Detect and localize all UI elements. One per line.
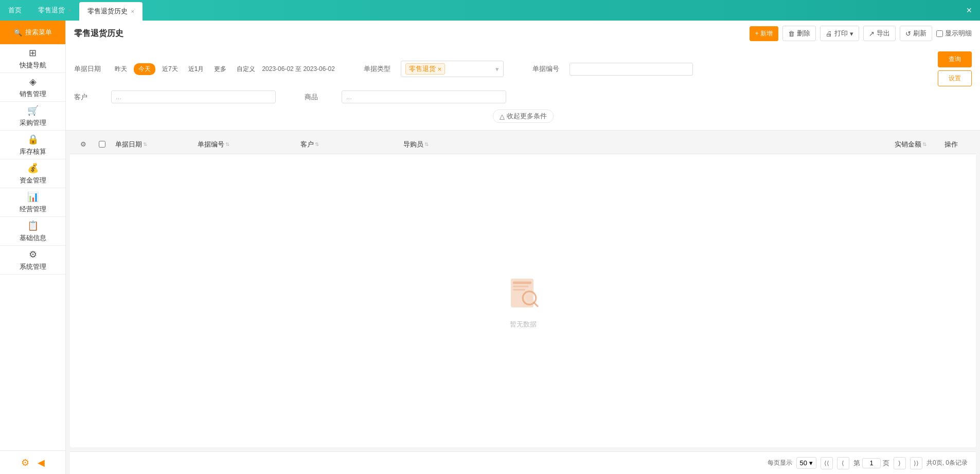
tab-retail-return[interactable]: 零售退货 × (30, 0, 79, 21)
sort-customer-icon[interactable]: ⇅ (315, 141, 319, 147)
next-page-button[interactable]: ⟩ (894, 457, 906, 469)
refresh-button[interactable]: ↺ 刷新 (900, 26, 932, 41)
sidebar-item-label: 采购管理 (20, 118, 46, 127)
table-settings-button[interactable]: ⚙ (74, 140, 93, 148)
new-button[interactable]: + 新增 (750, 26, 778, 41)
sidebar-item-label: 销售管理 (20, 89, 46, 99)
refresh-icon: ↺ (905, 30, 911, 38)
content-area: 零售退货历史 + 新增 🗑 删除 🖨 打印 ▾ ↗ 导出 (66, 21, 980, 474)
customer-placeholder: ... (116, 93, 271, 101)
doc-type-select[interactable]: 零售退货 × ▾ (401, 61, 504, 77)
th-customer: 客户 ⇅ (296, 140, 399, 149)
table-header: ⚙ 单据日期 ⇅ 单据编号 ⇅ 客户 ⇅ 导购员 ⇅ (70, 135, 976, 154)
collapse-button[interactable]: △ 收起更多条件 (493, 110, 554, 123)
first-page-button[interactable]: ⟨⟨ (821, 457, 833, 469)
page-size-label: 每页显示 (768, 459, 792, 467)
goods-filter-label: 商品 (305, 93, 333, 102)
tab-home[interactable]: 首页 (0, 0, 30, 21)
page-title: 零售退货历史 (74, 28, 123, 39)
sidebar-item-system[interactable]: ⚙ 系统管理 (0, 246, 65, 275)
pagination-bar: 每页显示 50 ▾ ⟨⟨ ⟨ 第 页 ⟩ ⟩⟩ 共0页, 0条记录 (70, 451, 976, 474)
sidebar-item-label: 库存核算 (20, 147, 46, 156)
query-button[interactable]: 查询 (938, 51, 972, 67)
date-btn-7days[interactable]: 近7天 (158, 63, 182, 75)
svg-rect-3 (513, 289, 525, 290)
sidebar-item-label: 基础信息 (20, 233, 46, 243)
sidebar-item-label: 快捷导航 (20, 61, 46, 70)
table-select-all[interactable] (93, 141, 111, 148)
select-all-checkbox[interactable] (99, 141, 105, 148)
page-title-row: 零售退货历史 + 新增 🗑 删除 🖨 打印 ▾ ↗ 导出 (74, 26, 972, 41)
delete-icon: 🗑 (788, 30, 795, 38)
sidebar-item-sales[interactable]: ◈ 销售管理 (0, 73, 65, 102)
svg-point-6 (526, 295, 532, 301)
tab-retail-return-history-close[interactable]: × (131, 8, 134, 14)
date-btn-1month[interactable]: 近1月 (185, 63, 208, 75)
th-action: 操作 (931, 140, 972, 149)
date-btn-more[interactable]: 更多 (210, 63, 230, 75)
doc-type-tag-remove[interactable]: × (438, 65, 442, 73)
delete-button[interactable]: 🗑 删除 (782, 26, 816, 41)
goods-select[interactable]: ... (342, 90, 506, 103)
sidebar-item-purchase[interactable]: 🛒 采购管理 (0, 102, 65, 131)
collapse-row: △ 收起更多条件 (74, 107, 972, 127)
empty-state-icon (503, 272, 544, 314)
sidebar-item-label: 系统管理 (20, 262, 46, 271)
th-amount: 实销金额 ⇅ (869, 140, 931, 149)
collapse-sidebar-icon[interactable]: ◀ (38, 457, 45, 468)
empty-state-text: 暂无数据 (510, 320, 537, 329)
print-icon: 🖨 (826, 30, 832, 38)
show-detail-checkbox[interactable]: 显示明细 (936, 29, 972, 38)
date-btn-yesterday[interactable]: 昨天 (111, 63, 131, 75)
customer-select[interactable]: ... (111, 90, 276, 103)
doc-number-input[interactable] (569, 63, 693, 76)
svg-rect-2 (513, 286, 528, 287)
system-icon: ⚙ (29, 249, 37, 260)
doc-type-tag: 零售退货 × (405, 63, 446, 75)
quick-nav-icon: ⊞ (29, 47, 37, 59)
goods-placeholder: ... (346, 93, 502, 101)
sort-amount-icon[interactable]: ⇅ (922, 141, 926, 147)
svg-rect-1 (513, 282, 531, 284)
sales-icon: ◈ (29, 76, 37, 87)
table-body: 暂无数据 (70, 154, 976, 447)
sidebar-bottom: ⚙ ◀ (0, 450, 65, 474)
export-button[interactable]: ↗ 导出 (863, 26, 896, 41)
sidebar-search[interactable]: 🔍 搜索菜单 (0, 21, 65, 44)
print-button[interactable]: 🖨 打印 ▾ (820, 26, 859, 41)
th-number: 单据编号 ⇅ (193, 140, 296, 149)
main-layout: 🔍 搜索菜单 ⊞ 快捷导航 ◈ 销售管理 🛒 采购管理 🔒 库存核算 💰 资金管… (0, 21, 980, 474)
settings-bottom-icon[interactable]: ⚙ (21, 457, 29, 468)
page-number-input[interactable] (862, 458, 881, 468)
sidebar-item-inventory[interactable]: 🔒 库存核算 (0, 131, 65, 159)
top-bar: 首页 零售退货 × 零售退货历史 × × (0, 0, 980, 21)
filter-row-1: 单据日期 昨天 今天 近7天 近1月 更多 自定义 2023-06-02 至 2… (74, 51, 972, 86)
show-detail-input[interactable] (936, 30, 943, 37)
sidebar-item-basic-info[interactable]: 📋 基础信息 (0, 217, 65, 246)
tab-retail-return-close[interactable]: × (68, 7, 71, 13)
date-filter-label: 单据日期 (74, 64, 103, 74)
sort-number-icon[interactable]: ⇅ (225, 141, 229, 147)
window-close-button[interactable]: × (966, 5, 980, 16)
date-btn-today[interactable]: 今天 (134, 63, 155, 75)
th-guide: 导购员 ⇅ (399, 140, 869, 149)
filter-row-2: 客户 ... 商品 ... (74, 90, 972, 103)
sidebar-item-operations[interactable]: 📊 经营管理 (0, 188, 65, 217)
page-size-select[interactable]: 50 ▾ (796, 457, 816, 469)
setting-button[interactable]: 设置 (938, 70, 972, 86)
last-page-button[interactable]: ⟩⟩ (910, 457, 922, 469)
date-btn-custom[interactable]: 自定义 (233, 63, 259, 75)
page-header: 零售退货历史 + 新增 🗑 删除 🖨 打印 ▾ ↗ 导出 (66, 21, 980, 131)
filter-area: 单据日期 昨天 今天 近7天 近1月 更多 自定义 2023-06-02 至 2… (74, 46, 972, 130)
svg-line-5 (533, 302, 537, 306)
sidebar-item-finance[interactable]: 💰 资金管理 (0, 159, 65, 188)
tab-retail-return-history[interactable]: 零售退货历史 × (79, 2, 142, 21)
data-table: ⚙ 单据日期 ⇅ 单据编号 ⇅ 客户 ⇅ 导购员 ⇅ (70, 135, 976, 447)
sort-date-icon[interactable]: ⇅ (143, 141, 147, 147)
basic-info-icon: 📋 (27, 220, 39, 231)
sidebar-item-label: 资金管理 (20, 176, 46, 185)
empty-state: 暂无数据 (503, 272, 544, 329)
sort-guide-icon[interactable]: ⇅ (424, 141, 429, 147)
prev-page-button[interactable]: ⟨ (837, 457, 849, 469)
sidebar-item-quick-nav[interactable]: ⊞ 快捷导航 (0, 44, 65, 73)
